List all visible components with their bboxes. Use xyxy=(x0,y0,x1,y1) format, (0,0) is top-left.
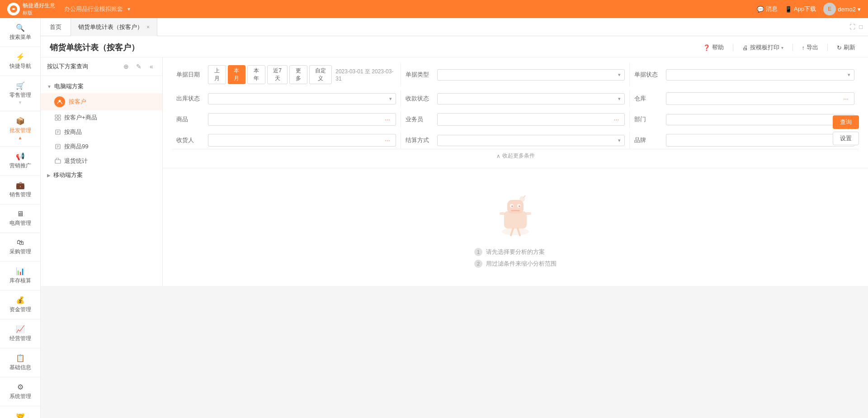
tree-item-by-product[interactable]: 按商品 xyxy=(41,125,162,139)
tab-active[interactable]: 销货单统计表（按客户） × xyxy=(71,18,157,36)
product-select[interactable]: ··· xyxy=(208,113,396,126)
retail-icon: 🛒 xyxy=(2,81,38,90)
date-btn-custom[interactable]: 自定义 xyxy=(309,65,332,84)
sidebar-item-system[interactable]: ⚙ 系统管理 xyxy=(0,377,40,406)
pc-group-label: 电脑端方案 xyxy=(54,82,84,90)
maximize-icon[interactable]: □ xyxy=(859,24,863,30)
sidebar-item-ecommerce[interactable]: 🖥 电商管理 xyxy=(0,204,40,233)
date-btn-last-month[interactable]: 上月 xyxy=(208,65,226,84)
tab-close-btn[interactable]: × xyxy=(146,24,150,30)
collapse-up-icon: ∧ xyxy=(496,153,500,159)
collect-status-select[interactable]: ▾ xyxy=(437,93,625,104)
warehouse-select[interactable]: ··· xyxy=(666,92,854,105)
tab-maximize-area: ⛶ □ xyxy=(844,24,868,30)
by-product99-label: 按商品99 xyxy=(64,142,88,151)
receiver-select[interactable]: ··· xyxy=(208,134,396,147)
tree-item-by-customer-product[interactable]: 按客户+商品 xyxy=(41,110,162,125)
svg-rect-17 xyxy=(500,212,505,215)
salesperson-dots[interactable]: ··· xyxy=(612,116,621,123)
sidebar-item-inventory[interactable]: 📊 库存核算 xyxy=(0,261,40,290)
sidebar-item-retail[interactable]: 🛒 零售管理 ▼ xyxy=(0,76,40,111)
by-product99-icon xyxy=(54,143,61,150)
dropdown-arrow[interactable]: ▾ xyxy=(127,6,130,12)
tree-item-by-product99[interactable]: 按商品99 xyxy=(41,139,162,154)
tree-group-mobile-header[interactable]: ▶ 移动端方案 xyxy=(41,168,162,182)
filter-cell-date: 单据日期 上月 本月 本年 近7天 更多 xyxy=(172,63,401,86)
settle-label: 结算方式 xyxy=(406,136,437,144)
date-btn-7days[interactable]: 近7天 xyxy=(267,65,288,84)
wholesale-icon: 📦 xyxy=(2,117,38,125)
sidebar-item-finance[interactable]: 💰 资金管理 xyxy=(0,290,40,319)
tree-item-return-stats[interactable]: 退货统计 xyxy=(41,154,162,168)
tree-item-by-customer[interactable]: 按客户 xyxy=(41,93,162,110)
date-btn-this-month[interactable]: 本月 xyxy=(228,65,246,84)
filter-row-3: 商品 ··· 业务员 ··· xyxy=(172,111,859,128)
receiver-dots[interactable]: ··· xyxy=(383,137,392,144)
scheme-add-btn[interactable]: ⊕ xyxy=(122,62,131,71)
salesperson-select[interactable]: ··· xyxy=(437,113,625,126)
export-btn[interactable]: ↑ 导出 xyxy=(798,42,822,53)
date-range-text: 2023-03-01 至 2023-03-31 xyxy=(335,68,396,82)
date-btn-this-year[interactable]: 本年 xyxy=(247,65,265,84)
empty-illustration xyxy=(488,186,542,241)
settings-btn[interactable]: 设置 xyxy=(833,132,859,145)
department-select[interactable]: ▾ xyxy=(666,114,854,125)
sidebar-item-search[interactable]: 🔍 搜索菜单 xyxy=(0,18,40,47)
message-btn[interactable]: 💬 消息 xyxy=(757,5,778,13)
sidebar-item-enterprise[interactable]: 🤝 企业协同 xyxy=(0,406,40,418)
salesperson-label: 业务员 xyxy=(406,115,437,124)
order-status-select[interactable]: ▾ xyxy=(666,69,854,81)
warehouse-dots[interactable]: ··· xyxy=(841,95,850,102)
scheme-collapse-btn[interactable]: « xyxy=(147,62,156,71)
order-type-select[interactable]: ▾ xyxy=(437,69,625,81)
out-status-arrow: ▾ xyxy=(389,96,392,102)
empty-tip-1: 1 请先选择要分析的方案 xyxy=(474,248,557,256)
order-type-label: 单据类型 xyxy=(406,71,437,79)
order-status-arrow: ▾ xyxy=(848,72,850,78)
settle-select[interactable]: ▾ xyxy=(437,135,625,146)
scheme-panel: 按以下方案查询 ⊕ ✎ « xyxy=(41,57,163,286)
sidebar-item-search-label: 搜索菜单 xyxy=(2,33,38,41)
collapse-bar[interactable]: ∧ 收起更多条件 xyxy=(172,149,859,162)
svg-line-22 xyxy=(524,195,525,198)
sidebar-item-quick-nav[interactable]: ⚡ 快捷导航 xyxy=(0,47,40,76)
by-customer-product-icon xyxy=(54,114,61,121)
sidebar-item-marketing-label: 营销推广 xyxy=(2,162,38,170)
sidebar-item-purchase[interactable]: 🛍 采购管理 xyxy=(0,233,40,261)
print-icon: 🖨 xyxy=(742,44,748,51)
edit-icon: ✎ xyxy=(136,63,142,70)
query-btn[interactable]: 查询 xyxy=(833,115,859,129)
product-label: 商品 xyxy=(176,115,208,124)
collapse-icon: « xyxy=(150,63,153,70)
out-status-select[interactable]: ▾ xyxy=(208,93,396,104)
help-btn[interactable]: ❓ 帮助 xyxy=(699,42,727,53)
user-menu-btn[interactable]: E demo2 ▾ xyxy=(823,3,861,15)
tab-home[interactable]: 首页 xyxy=(41,18,71,36)
refresh-btn[interactable]: ↻ 刷新 xyxy=(833,42,859,53)
sidebar-item-finance-label: 资金管理 xyxy=(2,306,38,314)
filter-row-2: 出库状态 ▾ 收款状态 xyxy=(172,90,859,107)
scheme-header: 按以下方案查询 ⊕ ✎ « xyxy=(41,57,162,76)
filter-cell-product: 商品 ··· xyxy=(172,111,401,128)
tree-group-pc-header[interactable]: ▼ 电脑端方案 xyxy=(41,80,162,93)
divider-2 xyxy=(793,44,793,51)
logo-area: 畅捷通好生意 标版 xyxy=(7,2,55,16)
empty-state: 1 请先选择要分析的方案 2 用过滤条件来缩小分析范围 xyxy=(163,168,868,286)
system-icon: ⚙ xyxy=(2,383,38,391)
sidebar-item-wholesale[interactable]: 📦 批发管理 ▲ xyxy=(0,111,40,147)
sidebar-item-sales[interactable]: 💼 销售管理 xyxy=(0,176,40,204)
scheme-edit-btn[interactable]: ✎ xyxy=(134,62,143,71)
filter-area: 单据日期 上月 本月 本年 近7天 更多 xyxy=(163,57,868,168)
product-dots[interactable]: ··· xyxy=(383,116,392,123)
filter-row-4: 收货人 ··· 结算方式 xyxy=(172,132,859,149)
sidebar-item-operation[interactable]: 📈 经营管理 xyxy=(0,319,40,348)
restore-icon[interactable]: ⛶ xyxy=(849,24,855,30)
sidebar-item-marketing[interactable]: 📢 营销推广 xyxy=(0,147,40,176)
download-icon: 📱 xyxy=(785,6,792,13)
print-btn[interactable]: 🖨 按模板打印 ▾ xyxy=(739,42,787,53)
brand-select[interactable]: ··· xyxy=(666,134,854,147)
tab-home-label: 首页 xyxy=(50,23,61,31)
sidebar-item-basic[interactable]: 📋 基础信息 xyxy=(0,348,40,377)
app-download-btn[interactable]: 📱 App下载 xyxy=(785,5,816,13)
date-btn-more[interactable]: 更多 xyxy=(289,65,307,84)
